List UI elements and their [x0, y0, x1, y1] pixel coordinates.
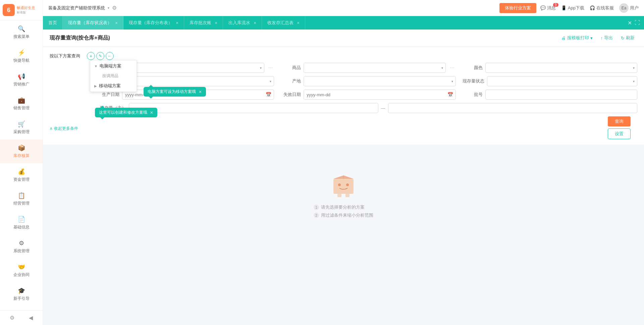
export-btn[interactable]: ↑ 导出 [598, 34, 616, 42]
main-area: 装备及固定资产辅助管理系统 ▾ ⚙ 体验行业方案 💬 消息 9 📱 App下载 … [43, 0, 644, 325]
marketing-icon: 📢 [18, 73, 25, 80]
sidebar-nav: 🔍 搜索菜单 ⚡ 快捷导航 📢 营销推广 💼 销售管理 🛒 采购管理 📦 [0, 20, 43, 310]
refresh-btn[interactable]: ↻ 刷新 [618, 34, 637, 42]
message-badge: 9 [553, 3, 558, 7]
produce-date-label: 生产日期 [99, 92, 119, 98]
finance-icon: 💰 [18, 168, 25, 175]
tab-close-icon[interactable]: ✕ [176, 21, 178, 25]
tab-inventory-dist[interactable]: 现存量（库存分布表） ✕ [123, 16, 184, 30]
sidebar-item-marketing[interactable]: 📢 营销推广 [0, 68, 43, 92]
stock-min-input[interactable] [129, 103, 378, 113]
tab-close-icon[interactable]: ✕ [115, 21, 118, 25]
add-scheme-btn[interactable]: + [87, 52, 95, 60]
template-print-btn[interactable]: 🖨 按模板打印 ▾ [559, 34, 595, 42]
reset-btn[interactable]: 设置 [608, 128, 631, 139]
range-separator: — [381, 106, 385, 111]
avatar: Ea [619, 3, 629, 13]
tab-close-icon[interactable]: ✕ [254, 21, 256, 25]
edit-scheme-btn[interactable]: ✎ [96, 52, 104, 60]
scheme-panel-desktop[interactable]: ▼ 电脑端方案 [90, 60, 137, 72]
batch-input[interactable] [485, 90, 637, 100]
tab-label: 库存批次账 [190, 20, 211, 26]
goods-dots[interactable]: ··· [448, 65, 455, 71]
produce-date-calendar-icon[interactable]: 📅 [266, 92, 271, 97]
expire-date-calendar-icon[interactable]: 📅 [447, 92, 453, 97]
tab-expand-btn[interactable]: ⛶ [635, 20, 640, 26]
filter-area: 按以下方案查询 + ✎ ← 电脑方案可设为移动方案哦 ✕ 这里可以创建和修改方案… [43, 47, 644, 145]
tooltip-text: 电脑方案可设为移动方案哦 [148, 89, 196, 95]
warehouse-input[interactable] [122, 63, 264, 73]
tab-in-out-flow[interactable]: 出入库流水 ✕ [223, 16, 262, 30]
tab-close-all-btn[interactable]: ✕ [628, 20, 632, 26]
expire-date-input[interactable] [304, 90, 455, 100]
tooltip-create-scheme: 这里可以创建和修改方案哦 ✕ [95, 108, 157, 117]
tab-receive-summary[interactable]: 收发存汇总表 ✕ [262, 16, 305, 30]
sidebar-item-label: 搜索菜单 [13, 34, 30, 40]
sidebar-item-newbie[interactable]: 🎓 新手引导 [0, 282, 43, 306]
color-select[interactable] [485, 63, 637, 73]
tab-label: 现存量（库存分布表） [129, 20, 172, 26]
user-btn[interactable]: Ea 用户 [619, 3, 639, 13]
settings-icon[interactable]: ⚙ [112, 5, 117, 11]
sidebar-item-sales[interactable]: 💼 销售管理 [0, 92, 43, 116]
tab-inventory-status[interactable]: 现存量（库存状况表） ✕ [63, 16, 123, 30]
sidebar-item-finance[interactable]: 💰 资金管理 [0, 163, 43, 187]
sidebar-item-base-info[interactable]: 📄 基础信息 [0, 211, 43, 235]
empty-illustration [323, 165, 364, 199]
tab-close-icon[interactable]: ✕ [215, 21, 217, 25]
filter-row1: 仓库 ··· 商品 ··· [99, 63, 637, 73]
page-actions: 🖨 按模板打印 ▾ ↑ 导出 ↻ 刷新 [559, 34, 638, 42]
goods-input[interactable] [304, 63, 446, 73]
logo-text: 畅通好生意 标准版 [17, 5, 35, 15]
origin-select[interactable] [304, 76, 455, 86]
sidebar-item-search-menu[interactable]: 🔍 搜索菜单 [0, 20, 43, 44]
app-download-btn[interactable]: 📱 App下载 [561, 5, 584, 11]
topbar: 装备及固定资产辅助管理系统 ▾ ⚙ 体验行业方案 💬 消息 9 📱 App下载 … [43, 0, 644, 16]
sidebar-item-purchase[interactable]: 🛒 采购管理 [0, 116, 43, 140]
tab-label: 现存量（库存状况表） [68, 20, 112, 26]
app-layout: 6 畅通好生意 标准版 🔍 搜索菜单 ⚡ 快捷导航 📢 营销推广 💼 [0, 0, 644, 325]
enterprise-icon: 🤝 [18, 263, 25, 271]
stock-status-select[interactable] [487, 76, 637, 86]
size-select[interactable] [122, 76, 274, 86]
sidebar-item-label: 库存核算 [13, 153, 30, 159]
search-btn[interactable]: 查询 [608, 116, 631, 126]
collapse-footer-btn[interactable]: ◀ [29, 315, 33, 321]
tab-batch-account[interactable]: 库存批次账 ✕ [184, 16, 223, 30]
collapse-up-icon: ∧ [50, 126, 53, 131]
inventory-icon: 📦 [18, 144, 25, 152]
sidebar-item-label: 基础信息 [13, 224, 30, 230]
scheme-sub-item[interactable]: 按调用品 [98, 72, 137, 80]
warehouse-dots[interactable]: ··· [267, 65, 274, 71]
scheme-label: 电脑端方案 [100, 63, 121, 69]
sidebar-item-inventory[interactable]: 📦 库存核算 [0, 140, 43, 163]
trial-btn[interactable]: 体验行业方案 [499, 3, 536, 13]
sidebar-item-system[interactable]: ⚙ 系统管理 [0, 235, 43, 259]
filter-header-row: 按以下方案查询 + ✎ ← [50, 52, 637, 60]
sidebar-item-enterprise[interactable]: 🤝 企业协同 [0, 259, 43, 282]
purchase-icon: 🛒 [18, 120, 25, 128]
arrow-left-btn[interactable]: ← [106, 52, 114, 60]
expand-icon: ▶ [94, 84, 97, 88]
sidebar-item-operations[interactable]: 📋 经营管理 [0, 187, 43, 211]
message-btn[interactable]: 💬 消息 9 [540, 5, 556, 11]
tooltip2-close-btn[interactable]: ✕ [150, 110, 153, 115]
scheme-panel-mobile[interactable]: ▶ 移动端方案 [90, 80, 137, 92]
refresh-icon: ↻ [621, 36, 625, 41]
quick-nav-icon: ⚡ [18, 49, 25, 56]
settings-footer-btn[interactable]: ⚙ [10, 315, 14, 321]
page-title: 现存量查询(按仓库+商品) [50, 35, 110, 42]
sidebar-item-label: 资金管理 [13, 177, 30, 182]
filter-row2: 尺码 产地 现存量状态 [99, 76, 637, 86]
filter-expire-date: 失效日期 📅 [281, 90, 455, 100]
collapse-btn[interactable]: ∧ 收起更多条件 [50, 123, 78, 133]
sidebar-item-quick-nav[interactable]: ⚡ 快捷导航 [0, 44, 43, 68]
online-support-btn[interactable]: 🎧 在线客服 [590, 5, 614, 11]
tab-home[interactable]: 首页 [43, 16, 63, 30]
expand-icon: ▼ [94, 64, 98, 68]
print-icon: 🖨 [561, 36, 566, 41]
tab-close-icon[interactable]: ✕ [297, 21, 300, 25]
stock-max-input[interactable] [388, 103, 638, 113]
tooltip-mobile-scheme: 电脑方案可设为移动方案哦 ✕ [144, 87, 206, 97]
tooltip1-close-btn[interactable]: ✕ [199, 90, 202, 94]
